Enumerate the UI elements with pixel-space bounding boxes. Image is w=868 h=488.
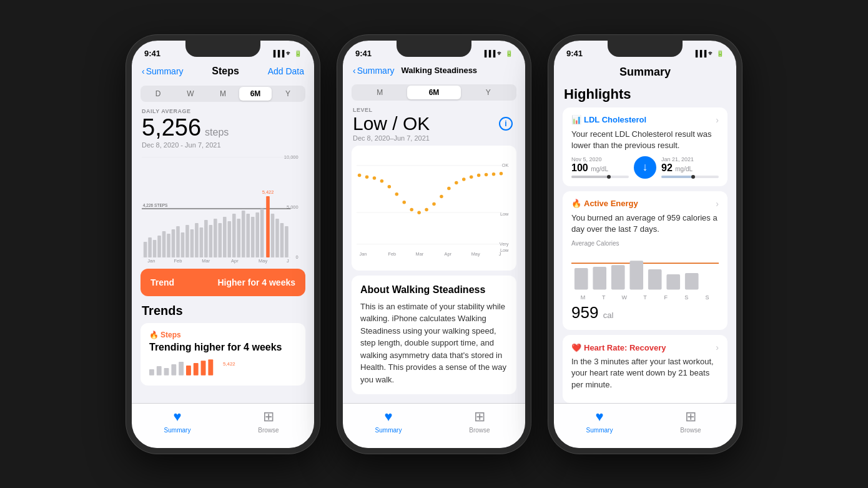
heart-icon-2: ♥ (384, 409, 392, 425)
svg-text:0: 0 (295, 254, 298, 259)
tab-browse-3[interactable]: ⊞ Browse (645, 409, 736, 434)
svg-rect-34 (255, 212, 259, 257)
tab-summary-label-1: Summary (164, 427, 191, 434)
svg-rect-33 (251, 217, 255, 257)
seg2-m[interactable]: M (353, 86, 407, 99)
seg2-6m[interactable]: 6M (407, 86, 461, 99)
svg-rect-48 (164, 367, 169, 375)
svg-rect-18 (190, 229, 194, 257)
svg-point-70 (410, 207, 413, 211)
avg-cal-label: Average Calories (571, 240, 719, 247)
time-2: 9:41 (355, 49, 372, 58)
heart-rate-card[interactable]: ❤️ Heart Rate: Recovery › In the 3 minut… (563, 335, 727, 403)
svg-point-76 (455, 181, 458, 184)
svg-rect-13 (167, 234, 170, 257)
tab-summary-1[interactable]: ♥ Summary (132, 409, 223, 434)
svg-rect-53 (201, 361, 206, 376)
energy-header: 🔥 Active Energy › (571, 199, 719, 209)
svg-rect-9 (148, 237, 152, 257)
ldl-title: 📊 LDL Cholesterol (571, 115, 646, 124)
tab-summary-3[interactable]: ♥ Summary (554, 409, 645, 434)
svg-rect-95 (666, 274, 680, 290)
tab-browse-label-1: Browse (258, 427, 279, 434)
ldl-bar-2 (661, 176, 719, 178)
heart-rate-title: ❤️ Heart Rate: Recovery (571, 343, 666, 352)
info-icon[interactable]: i (499, 117, 513, 131)
svg-point-66 (380, 179, 384, 182)
svg-text:Low: Low (500, 247, 509, 252)
walking-content: LEVEL Low / OK i Dec 8, 2020–Jun 7, 2021… (343, 104, 525, 424)
seg-6m[interactable]: 6M (239, 87, 272, 101)
phone-walking: 9:41 ▐▐▐ ᯤ 🔋 ‹ Summary Walking Steadines… (337, 35, 531, 454)
svg-point-73 (432, 202, 436, 206)
phone-summary: 9:41 ▐▐▐ ᯤ 🔋 Summary Highlights 📊 LDL Ch… (548, 35, 742, 454)
summary-nav: Summary (554, 63, 736, 84)
notch (185, 41, 260, 57)
tab-bar-1: ♥ Summary ⊞ Browse (132, 403, 314, 448)
svg-point-68 (395, 192, 399, 196)
browse-icon-3: ⊞ (685, 409, 696, 425)
notch-2 (397, 41, 471, 57)
svg-rect-39 (285, 226, 289, 257)
svg-point-69 (402, 200, 406, 204)
svg-rect-47 (157, 366, 162, 376)
svg-rect-25 (223, 217, 227, 257)
svg-text:Low: Low (500, 211, 509, 216)
svg-text:Apr: Apr (231, 257, 239, 263)
level-date: Dec 8, 2020–Jun 7, 2021 (353, 134, 515, 142)
seg2-y[interactable]: Y (461, 86, 515, 99)
back-button-1[interactable]: ‹ Summary (142, 66, 184, 76)
summary-page-title: Summary (619, 62, 671, 83)
back-button-2[interactable]: ‹ Summary (353, 66, 395, 76)
tab-summary-2[interactable]: ♥ Summary (343, 409, 434, 434)
svg-rect-22 (209, 225, 213, 257)
svg-point-72 (425, 207, 428, 211)
svg-point-67 (388, 185, 392, 189)
page-title-2: Walking Steadiness (401, 66, 477, 75)
seg-w[interactable]: W (174, 87, 207, 101)
svg-rect-96 (685, 273, 699, 290)
trend-button[interactable]: Trend Higher for 4 weeks (141, 269, 305, 296)
svg-text:Very: Very (500, 241, 509, 247)
ldl-block-2: Jan 21, 2021 92 mg/dL (661, 156, 719, 178)
svg-rect-93 (629, 261, 643, 290)
add-data-button[interactable]: Add Data (268, 66, 304, 76)
seg-m[interactable]: M (207, 87, 239, 101)
tab-browse-2[interactable]: ⊞ Browse (434, 409, 525, 434)
notch-3 (608, 41, 683, 57)
seg-d[interactable]: D (142, 87, 174, 101)
ldl-block-1: Nov 5, 2020 100 mg/dL (571, 156, 629, 178)
svg-point-77 (462, 177, 466, 181)
status-icons-1: ▐▐▐ ᯤ 🔋 (271, 50, 302, 57)
tab-browse-1[interactable]: ⊞ Browse (223, 409, 314, 434)
segment-control-1: D W M 6M Y (141, 86, 305, 102)
svg-rect-14 (172, 229, 175, 257)
highlights-title: Highlights (564, 86, 726, 102)
svg-rect-15 (176, 226, 180, 257)
trend-item-label: 🔥 M Steps (149, 331, 297, 339)
trend-item-desc: Trending higher for 4 weeks (149, 342, 297, 353)
svg-text:5,000: 5,000 (287, 204, 298, 209)
svg-rect-92 (611, 265, 625, 289)
ldl-card[interactable]: 📊 LDL Cholesterol › Your recent LDL Chol… (563, 107, 727, 186)
svg-rect-29 (242, 211, 245, 257)
heart-icon-3: ♥ (595, 409, 603, 425)
svg-rect-12 (162, 231, 166, 257)
svg-rect-17 (185, 225, 189, 257)
svg-rect-8 (144, 242, 147, 257)
steps-value: 5,256 steps (142, 114, 304, 141)
svg-rect-20 (200, 227, 204, 257)
trends-section-title: Trends (142, 304, 304, 318)
level-value: Low / OK i (353, 113, 515, 134)
svg-rect-37 (275, 219, 279, 257)
svg-rect-10 (153, 240, 157, 257)
svg-point-71 (417, 211, 421, 214)
svg-rect-51 (186, 366, 191, 376)
ldl-header: 📊 LDL Cholesterol › (571, 115, 719, 125)
seg-y[interactable]: Y (272, 87, 304, 101)
svg-text:Jan: Jan (360, 251, 367, 257)
about-text: This is an estimate of your stability wh… (360, 301, 508, 386)
svg-rect-11 (157, 236, 161, 257)
energy-card[interactable]: 🔥 Active Energy › You burned an average … (563, 191, 727, 330)
about-card: About Walking Steadiness This is an esti… (352, 276, 516, 395)
